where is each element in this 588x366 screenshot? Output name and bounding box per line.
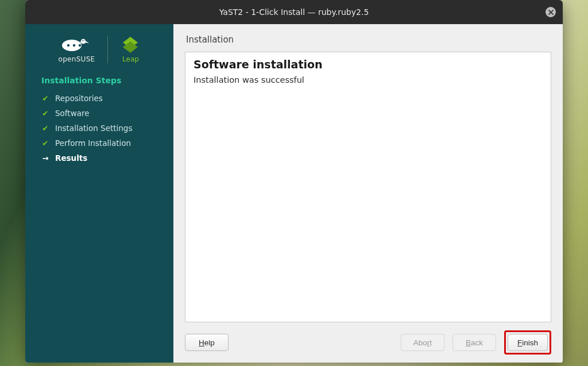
- back-button: Back: [452, 334, 496, 351]
- leap-logo: Leap: [121, 36, 140, 63]
- help-mnemonic: H: [199, 338, 204, 347]
- check-icon: ✔: [41, 109, 49, 118]
- abort-pre: Abo: [413, 338, 427, 347]
- brand-separator: [107, 36, 108, 63]
- opensuse-label: openSUSE: [59, 55, 95, 63]
- main-panel: Installation Software installation Insta…: [173, 24, 563, 363]
- step-label: Software: [55, 109, 90, 118]
- close-icon[interactable]: [546, 7, 556, 17]
- brand-row: openSUSE Leap: [25, 33, 173, 76]
- abort-post: t: [430, 338, 432, 347]
- content-heading: Software installation: [194, 58, 543, 71]
- page-title: Installation: [185, 34, 551, 52]
- step-results: → Results: [41, 151, 163, 165]
- check-icon: ✔: [41, 94, 49, 103]
- step-label: Perform Installation: [55, 138, 131, 148]
- finish-button[interactable]: Finish: [508, 334, 548, 351]
- back-rest: ack: [471, 338, 483, 347]
- finish-rest: inish: [522, 338, 538, 347]
- step-label: Results: [55, 153, 87, 163]
- check-icon: ✔: [41, 124, 49, 133]
- step-installation-settings: ✔ Installation Settings: [41, 121, 163, 136]
- gecko-icon: [60, 36, 92, 53]
- step-label: Installation Settings: [55, 124, 132, 133]
- svg-point-3: [67, 44, 69, 47]
- step-software: ✔ Software: [41, 106, 163, 121]
- window-title: YaST2 - 1-Click Install — ruby.ruby2.5: [219, 7, 369, 17]
- titlebar: YaST2 - 1-Click Install — ruby.ruby2.5: [25, 0, 563, 24]
- opensuse-logo: openSUSE: [59, 36, 95, 63]
- step-label: Repositories: [55, 94, 103, 103]
- finish-mnemonic: F: [517, 338, 522, 347]
- button-row: Help Abort Back Finish: [185, 322, 551, 355]
- leap-icon: [121, 36, 140, 53]
- arrow-right-icon: →: [41, 153, 49, 163]
- svg-point-4: [73, 44, 75, 47]
- svg-point-5: [79, 44, 81, 47]
- step-perform-installation: ✔ Perform Installation: [41, 136, 163, 151]
- check-icon: ✔: [41, 138, 49, 148]
- sidebar: openSUSE Leap Installation Steps ✔ Repos…: [25, 24, 173, 363]
- steps-header: Installation Steps: [25, 76, 173, 91]
- steps-list: ✔ Repositories ✔ Software ✔ Installation…: [25, 91, 173, 165]
- help-rest: elp: [204, 338, 215, 347]
- content-body: Installation was successful: [194, 75, 543, 84]
- abort-button: Abort: [401, 334, 444, 351]
- step-repositories: ✔ Repositories: [41, 91, 163, 106]
- leap-label: Leap: [122, 55, 139, 63]
- content-box: Software installation Installation was s…: [185, 52, 551, 322]
- back-mnemonic: B: [466, 338, 471, 347]
- help-button[interactable]: Help: [185, 334, 229, 351]
- finish-highlight: Finish: [504, 330, 551, 355]
- app-body: openSUSE Leap Installation Steps ✔ Repos…: [25, 24, 563, 363]
- svg-point-2: [83, 41, 84, 43]
- yast-window: YaST2 - 1-Click Install — ruby.ruby2.5: [25, 0, 563, 363]
